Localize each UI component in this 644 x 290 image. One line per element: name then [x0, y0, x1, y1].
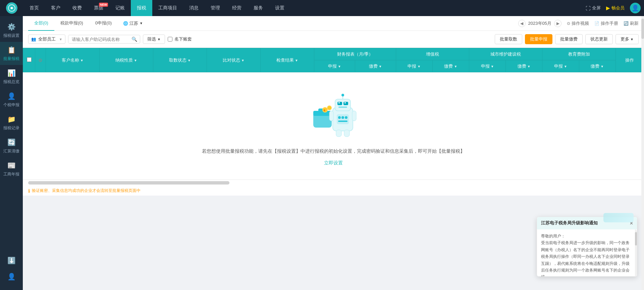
nav-customer[interactable]: 客户 — [45, 0, 66, 16]
sidebar-item-tax-records[interactable]: 📁 报税记录 — [0, 111, 23, 134]
notification-body: 尊敬的用户： 受当前电子税务局进一步升级的影响，同一个政务网账号（办税人）名下的… — [537, 229, 637, 276]
col-edu-declare-header: 申报▼ — [542, 60, 579, 72]
notification-scrollbar[interactable] — [635, 229, 637, 276]
sidebar-item-annual-report[interactable]: 📰 工商年报 — [0, 157, 23, 180]
region-selector[interactable]: 🌐 江苏 ▼ — [123, 20, 143, 26]
personal-tax-icon: 👤 — [7, 91, 16, 101]
scrollbar-thumb[interactable] — [28, 181, 229, 185]
operation-video-link[interactable]: ⊙ 操作视频 — [567, 20, 589, 26]
under-account-checkbox[interactable] — [168, 37, 172, 42]
nav-settings[interactable]: 设置 — [269, 0, 290, 16]
empty-state-message: 若您想使用批量报税功能，请先在【报税设置】中进行报税的初始化设置，完成密码验证和… — [202, 147, 465, 155]
search-input[interactable] — [68, 35, 129, 43]
bottom-scroll-area — [23, 179, 644, 186]
batch-tax-icon: 📋 — [7, 45, 16, 55]
status-update-button[interactable]: 状态更新 — [585, 34, 613, 44]
settings-gear-icon[interactable]: ⚙ — [38, 58, 43, 63]
tab-all[interactable]: 全部(0) — [28, 16, 54, 31]
col-fetch-status-header: 取数状态▼ — [153, 48, 207, 72]
search-button[interactable]: 🔍 — [129, 35, 140, 43]
sidebar-item-tax-summary[interactable]: 📊 报税总览 — [0, 65, 23, 88]
tab-zero-declaration[interactable]: 0申报(0) — [89, 16, 118, 31]
new-badge: NEW — [99, 3, 108, 7]
month-navigation: ◀ 2023年05月 ▶ — [518, 20, 561, 27]
sidebar-item-batch-tax[interactable]: 📋 批量报税 — [0, 42, 23, 65]
nav-message[interactable]: 消息 — [183, 0, 205, 16]
col-checkbox-header — [23, 48, 35, 72]
next-month-button[interactable]: ▶ — [554, 20, 561, 27]
main-vertical-scrollbar[interactable] — [641, 16, 644, 290]
notif-content: 尊敬的用户： 受当前电子税务局进一步升级的影响，同一个政务网账号（办税人）名下的… — [537, 229, 637, 276]
sidebar-item-settlement[interactable]: 🔄 汇算清缴 — [0, 134, 23, 157]
svg-point-26 — [345, 116, 347, 119]
setup-link[interactable]: 立即设置 — [324, 160, 343, 166]
nav-billing[interactable]: 收费 — [66, 0, 88, 16]
nav-tax[interactable]: 报税 — [131, 0, 152, 16]
tax-records-icon: 📁 — [7, 115, 16, 124]
svg-point-17 — [341, 94, 344, 96]
notification-popup: 江苏电子税务局升级影响通知 × 尊敬的用户： 受当前电子税务局进一步升级的影响，… — [537, 217, 637, 277]
col-customer-header: 客户名称▼ — [46, 48, 100, 72]
robot-illustration: $ — [310, 92, 357, 139]
operation-manual-link[interactable]: 📄 操作手册 — [594, 20, 618, 26]
svg-rect-12 — [337, 102, 342, 105]
nav-operation[interactable]: 经营 — [226, 0, 248, 16]
svg-rect-23 — [337, 114, 349, 124]
refresh-button[interactable]: 🔄 刷新 — [624, 20, 639, 26]
sidebar-item-tax-settings[interactable]: ⚙️ 报税设置 — [0, 19, 23, 42]
svg-rect-19 — [329, 111, 333, 121]
col-tax-type-header: 纳税性质▼ — [100, 48, 153, 72]
checkbox-label[interactable]: 名下账套 — [168, 36, 192, 42]
left-sidebar: ⚙️ 报税设置 📋 批量报税 📊 报税总览 👤 个税申报 📁 报税记录 🔄 汇算… — [0, 16, 23, 290]
col-vat-header: 增值税 — [396, 48, 469, 60]
more-button[interactable]: 更多 ▼ — [615, 34, 639, 44]
col-settings-header: ⚙ — [35, 48, 46, 72]
svg-rect-11 — [335, 99, 351, 111]
empty-state: $ — [23, 72, 644, 179]
notification-scrollbar-thumb[interactable] — [635, 232, 637, 245]
current-month: 2023年05月 — [528, 20, 551, 26]
data-table-wrapper: ⚙ 客户名称▼ 纳税性质▼ 取数状态▼ 比对状态▼ 检查结果 — [23, 48, 644, 179]
col-fr-declare-header: 申报▼ — [314, 60, 355, 72]
sidebar-download[interactable]: ⬇️ — [0, 252, 23, 269]
col-edu-surcharge-header: 教育费附加 — [542, 48, 615, 60]
col-city-construction-header: 城市维护建设税 — [469, 48, 542, 60]
toolbar-right: 批量取数 批量申报 批量缴费 状态更新 更多 ▼ — [495, 34, 639, 44]
fullscreen-button[interactable]: ⛶ 全屏 — [586, 5, 601, 11]
col-vat-declare-header: 申报▼ — [396, 60, 432, 72]
col-vat-pay-header: 缴费▼ — [432, 60, 469, 72]
horizontal-scrollbar[interactable] — [28, 181, 229, 185]
svg-point-15 — [344, 102, 346, 103]
svg-point-25 — [341, 116, 344, 119]
user-icon: 👤 — [7, 272, 16, 281]
nav-invoice[interactable]: 票据 NEW — [88, 0, 109, 16]
sub-tabs-right: ◀ 2023年05月 ▶ ⊙ 操作视频 📄 操作手册 🔄 刷新 — [518, 20, 639, 27]
sidebar-item-personal-tax[interactable]: 👤 个税申报 — [0, 88, 23, 111]
bottom-tip: ℹ 验证账密、采集信息均成功的企业才会流转至批量报税页面中 — [23, 186, 644, 196]
filter-button[interactable]: 筛选 ▼ — [143, 34, 165, 44]
batch-pay-button[interactable]: 批量缴费 — [555, 34, 583, 44]
top-navigation: 首页 客户 收费 票据 NEW 记账 报税 工商项目 消息 管理 经营 服务 设… — [0, 0, 644, 16]
nav-bizproject[interactable]: 工商项目 — [152, 0, 183, 16]
svg-rect-13 — [343, 102, 348, 105]
main-scrollbar-thumb[interactable] — [641, 19, 644, 39]
app-logo[interactable] — [3, 1, 20, 15]
table-body: $ — [23, 72, 644, 180]
col-check-result-header: 检查结果▼ — [261, 48, 314, 72]
batch-fetch-button[interactable]: 批量取数 — [495, 34, 522, 44]
sub-tabs-bar: 全部(0) 税款申报(0) 0申报(0) 🌐 江苏 ▼ ◀ 2023年05月 ▶… — [23, 16, 644, 31]
sidebar-user[interactable]: 👤 — [0, 269, 23, 285]
nav-service[interactable]: 服务 — [248, 0, 269, 16]
prev-month-button[interactable]: ◀ — [518, 20, 526, 27]
staff-selector[interactable]: 👥 全部员工 ▼ — [28, 34, 65, 44]
user-avatar[interactable]: 👤 — [630, 3, 641, 13]
nav-accounting[interactable]: 记账 — [109, 0, 131, 16]
tab-tax-declaration[interactable]: 税款申报(0) — [54, 16, 89, 31]
nav-home[interactable]: 首页 — [23, 0, 45, 16]
svg-rect-20 — [352, 111, 356, 121]
nav-management[interactable]: 管理 — [205, 0, 226, 16]
select-all-checkbox[interactable] — [27, 57, 32, 62]
member-button[interactable]: ▶ 畅会员 — [606, 5, 625, 11]
batch-declare-button[interactable]: 批量申报 — [525, 34, 552, 44]
svg-point-24 — [338, 116, 341, 119]
